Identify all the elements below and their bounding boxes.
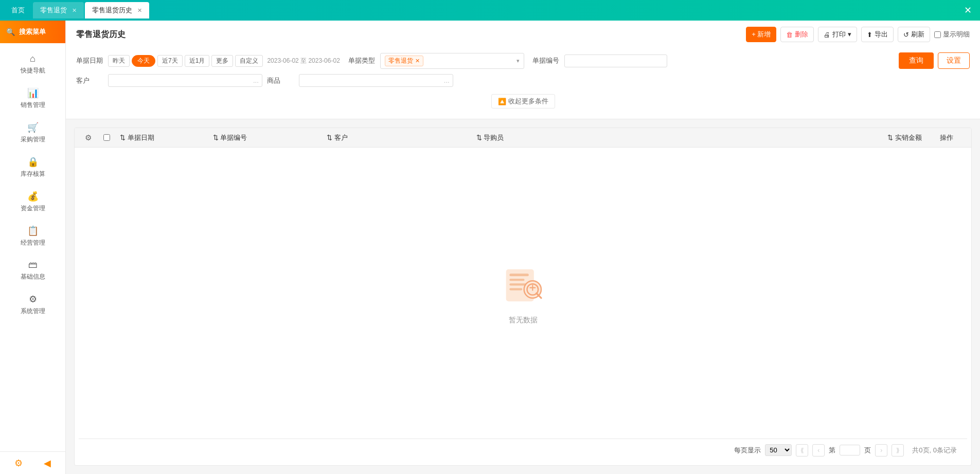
filter-row-1: 单据日期 昨天 今天 近7天 近1月 更多 自定义 2023-06-02 至 2… [76,52,970,69]
date-btn-more[interactable]: 更多 [211,55,233,67]
th-checkbox[interactable] [97,134,116,141]
sidebar-item-system[interactable]: ⚙ 系统管理 [0,287,65,322]
tab-retail-return-close[interactable]: ✕ [72,7,77,14]
collapse-row: 🔼 收起更多条件 [76,92,970,114]
customer-label: 客户 [76,76,105,85]
goods-ellipsis: ... [444,77,450,84]
sidebar-item-purchase-mgmt[interactable]: 🛒 采购管理 [0,116,65,150]
page-header: 零售退货历史 + 新增 🗑 🗑 删除 删除 🖨 打印 ▾ ⬆ 导出 [66,21,980,119]
select-all-checkbox[interactable] [103,134,110,141]
th-customer-label: ⇅ 客户 [327,133,348,142]
sidebar-item-quick-nav[interactable]: ⌂ 快捷导航 [0,47,65,81]
toolbar: + 新增 🗑 🗑 删除 删除 🖨 打印 ▾ ⬆ 导出 [746,27,970,42]
setting-button[interactable]: 设置 [938,52,970,69]
home-icon: ⌂ [30,53,35,64]
export-button[interactable]: ⬆ 导出 [861,27,894,42]
date-btn-1month[interactable]: 近1月 [185,55,210,67]
filter-area: 单据日期 昨天 今天 近7天 近1月 更多 自定义 2023-06-02 至 2… [76,47,970,114]
delete-icon: 🗑 [786,31,793,39]
date-btn-7days[interactable]: 近7天 [157,55,183,67]
customer-input[interactable] [108,74,262,87]
basic-info-icon: 🗃 [28,260,38,270]
operations-icon: 📋 [27,225,39,236]
sidebar-item-operations[interactable]: 📋 经营管理 [0,219,65,253]
finance-icon: 💰 [27,191,39,202]
sidebar: 🔍 搜索菜单 ⌂ 快捷导航 📊 销售管理 🛒 采购管理 🔒 库存核算 💰 [0,21,66,474]
settings-icon[interactable]: ⚙ [14,458,23,469]
collapse-icon[interactable]: ◀ [44,458,51,469]
delete-button[interactable]: 🗑 🗑 删除 删除 [780,27,814,42]
svg-rect-1 [509,274,529,276]
page-title-row: 零售退货历史 + 新增 🗑 🗑 删除 删除 🖨 打印 ▾ ⬆ 导出 [76,27,970,42]
pagination: 每页显示 20 50 100 ⟪ ‹ 第 1 页 › ⟫ 共0页, 0条记录 [79,439,967,461]
tab-list: 首页 零售退货 ✕ 零售退货历史 ✕ [4,2,960,19]
prev-page-button[interactable]: ‹ [812,444,825,457]
page-label: 页 [864,446,871,455]
table-container: ⚙ ⇅ 单据日期 ⇅ 单据编号 ⇅ 客户 ⇅ 导购员 [74,127,972,466]
empty-icon [497,261,549,307]
date-filter-buttons: 昨天 今天 近7天 近1月 更多 自定义 2023-06-02 至 2023-0… [108,55,340,67]
th-date: ⇅ 单据日期 [116,133,209,142]
sidebar-item-sales-mgmt[interactable]: 📊 销售管理 [0,81,65,116]
th-number-label: ⇅ 单据编号 [213,133,247,142]
chevron-down-icon: ▾ [516,58,520,64]
page-title: 零售退货历史 [76,29,126,40]
first-page-button[interactable]: ⟪ [796,444,808,457]
page-size-select[interactable]: 20 50 100 [765,444,792,456]
main-layout: 🔍 搜索菜单 ⌂ 快捷导航 📊 销售管理 🛒 采购管理 🔒 库存核算 💰 [0,21,980,474]
tab-retail-return[interactable]: 零售退货 ✕ [33,2,84,19]
sidebar-item-operations-label: 经营管理 [21,239,45,247]
sidebar-item-inventory[interactable]: 🔒 库存核算 [0,150,65,185]
display-detail-toggle[interactable]: 显示明细 [934,30,970,39]
purchase-icon: 🛒 [27,122,39,133]
add-button[interactable]: + 新增 [746,27,776,42]
last-page-button[interactable]: ⟫ [892,444,904,457]
window-close-button[interactable]: ✕ [960,3,976,18]
th-settings[interactable]: ⚙ [79,133,97,142]
refresh-icon: ↺ [903,31,909,39]
collapse-button[interactable]: 🔼 收起更多条件 [491,94,555,108]
sidebar-item-finance-label: 资金管理 [21,204,45,213]
total-text: 共0页, 0条记录 [912,446,957,455]
doc-type-select[interactable]: 零售退货 ✕ ▾ [380,53,524,69]
date-btn-today[interactable]: 今天 [132,55,155,67]
sidebar-item-quick-nav-label: 快捷导航 [21,66,45,75]
svg-rect-4 [509,288,522,290]
tab-retail-return-label: 零售退货 [40,6,67,15]
doc-type-label: 单据类型 [348,56,377,65]
next-page-button[interactable]: › [875,444,887,457]
tab-retail-return-history[interactable]: 零售退货历史 ✕ [85,2,149,19]
doc-type-tag-close[interactable]: ✕ [415,58,420,64]
th-action: 操作 [926,133,967,142]
customer-ellipsis: ... [253,77,259,84]
display-detail-checkbox[interactable] [934,31,941,38]
sidebar-search-label: 搜索菜单 [19,27,46,37]
date-btn-yesterday[interactable]: 昨天 [108,55,130,67]
goods-input[interactable] [299,74,453,87]
goods-filter-item: 商品 ... [267,74,450,87]
doc-number-input[interactable] [564,54,667,67]
collapse-icon: 🔼 [498,98,506,105]
sidebar-item-basic-info-label: 基础信息 [21,272,45,281]
page-size-label: 每页显示 [734,446,761,455]
sidebar-item-basic-info[interactable]: 🗃 基础信息 [0,253,65,287]
th-customer: ⇅ 客户 [323,133,472,142]
tab-retail-return-history-label: 零售退货历史 [92,6,132,15]
query-button[interactable]: 查询 [899,52,934,69]
svg-rect-3 [509,283,526,285]
tab-retail-return-history-close[interactable]: ✕ [137,7,142,14]
sidebar-search[interactable]: 🔍 搜索菜单 [0,21,65,43]
doc-type-tag: 零售退货 ✕ [385,56,423,66]
sidebar-item-finance[interactable]: 💰 资金管理 [0,185,65,219]
sidebar-item-inventory-label: 库存核算 [21,170,45,178]
print-button[interactable]: 🖨 打印 ▾ [818,27,857,42]
table-wrapper: ⚙ ⇅ 单据日期 ⇅ 单据编号 ⇅ 客户 ⇅ 导购员 [66,119,980,474]
tab-home[interactable]: 首页 [4,2,32,19]
doc-type-tag-text: 零售退货 [388,57,413,65]
date-btn-custom[interactable]: 自定义 [235,55,263,67]
page-number-input[interactable]: 1 [840,445,860,455]
refresh-button[interactable]: ↺ 刷新 [898,27,930,42]
th-number: ⇅ 单据编号 [209,133,323,142]
page-chapter-label: 第 [829,446,835,455]
system-icon: ⚙ [29,294,37,305]
